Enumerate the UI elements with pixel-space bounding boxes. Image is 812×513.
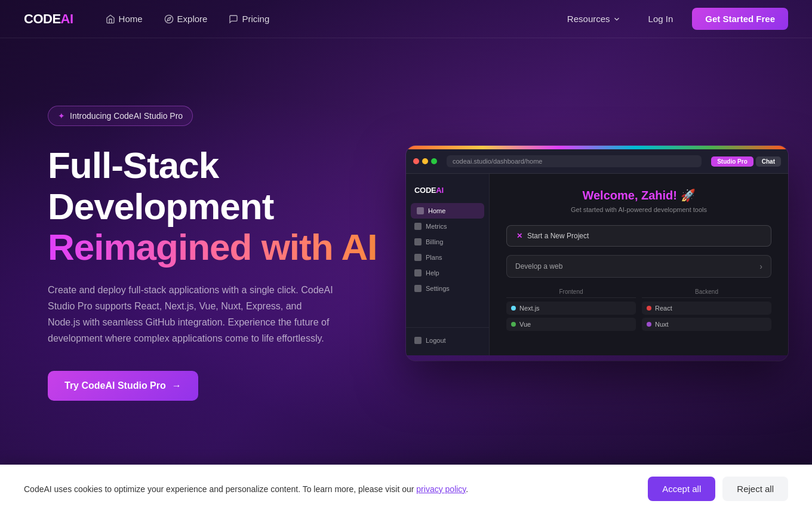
new-project-label: Start a New Project bbox=[527, 232, 589, 240]
nav-pricing-label: Pricing bbox=[242, 14, 269, 24]
sidebar-logo: CODEAI bbox=[406, 181, 489, 203]
project-input[interactable]: Develop a web › bbox=[506, 255, 771, 278]
browser-dots bbox=[413, 158, 437, 164]
cookie-buttons: Accept all Reject all bbox=[648, 477, 788, 501]
stack-item-vue: Vue bbox=[506, 318, 636, 331]
sidebar-logout-icon bbox=[414, 337, 422, 344]
new-project-button[interactable]: ✕ Start a New Project bbox=[506, 225, 771, 247]
stack-section: Frontend Next.js Vue Backend bbox=[506, 286, 771, 334]
app-body: CODEAI Home Metrics Billing bbox=[406, 174, 788, 355]
nav-home[interactable]: Home bbox=[97, 9, 151, 29]
backend-label: Backend bbox=[642, 286, 771, 298]
arrow-icon: → bbox=[172, 380, 182, 391]
backend-stack: Backend React Nuxt bbox=[642, 286, 771, 334]
sidebar-help-icon bbox=[414, 269, 422, 277]
svg-point-0 bbox=[165, 15, 173, 23]
logo-text: CODEAI bbox=[24, 11, 73, 27]
app-main: Welcome, Zahid! 🚀 Get started with AI-po… bbox=[490, 174, 788, 355]
hero-title: Full-Stack Development Reimagined with A… bbox=[48, 145, 382, 268]
app-sidebar: CODEAI Home Metrics Billing bbox=[406, 174, 490, 355]
sidebar-plans-icon bbox=[414, 254, 422, 261]
login-label: Log In bbox=[648, 14, 673, 24]
nextjs-label: Next.js bbox=[519, 305, 540, 312]
nav-right: Resources Log In Get Started Free bbox=[559, 8, 788, 30]
hero-description: Create and deploy full-stack application… bbox=[48, 282, 334, 347]
chat-badge: Chat bbox=[756, 156, 781, 167]
badge-label: Introducing CodeAI Studio Pro bbox=[70, 111, 183, 121]
cookie-text: CodeAI uses cookies to optimize your exp… bbox=[24, 484, 624, 494]
sidebar-home-icon bbox=[417, 207, 424, 214]
hero-title-gradient: Reimagined with AI bbox=[48, 227, 382, 268]
sidebar-item-home[interactable]: Home bbox=[411, 203, 484, 219]
get-started-button[interactable]: Get Started Free bbox=[692, 8, 788, 30]
welcome-subtext: Get started with AI-powered development … bbox=[506, 206, 771, 213]
app-screenshot: codeai.studio/dashboard/home Studio Pro … bbox=[406, 146, 788, 361]
hero-title-line1: Full-Stack bbox=[48, 145, 382, 186]
input-text: Develop a web bbox=[515, 262, 562, 271]
hero-title-line2: Development bbox=[48, 186, 382, 227]
sparkle-icon: ✦ bbox=[58, 111, 65, 121]
svg-marker-1 bbox=[167, 17, 171, 21]
sidebar-item-settings[interactable]: Settings bbox=[406, 281, 489, 296]
welcome-heading: Welcome, Zahid! 🚀 bbox=[506, 188, 771, 202]
sidebar-item-billing[interactable]: Billing bbox=[406, 234, 489, 250]
nav-pricing[interactable]: Pricing bbox=[220, 9, 278, 29]
login-button[interactable]: Log In bbox=[639, 9, 683, 29]
close-dot bbox=[413, 158, 419, 164]
reject-all-button[interactable]: Reject all bbox=[722, 477, 788, 501]
navbar: CODEAI Home Explore Pricing Resources Lo… bbox=[0, 0, 812, 38]
sidebar-item-metrics[interactable]: Metrics bbox=[406, 219, 489, 234]
frontend-label: Frontend bbox=[506, 286, 636, 298]
url-bar: codeai.studio/dashboard/home bbox=[447, 155, 702, 167]
stack-item-react: React bbox=[642, 302, 771, 315]
vue-dot bbox=[511, 322, 516, 327]
minimize-dot bbox=[422, 158, 428, 164]
nextjs-dot bbox=[511, 306, 516, 311]
nuxt-label: Nuxt bbox=[655, 321, 669, 328]
react-dot bbox=[647, 306, 651, 311]
sidebar-billing-icon bbox=[414, 238, 422, 245]
hero-section: ✦ Introducing CodeAI Studio Pro Full-Sta… bbox=[0, 38, 812, 456]
home-icon bbox=[106, 14, 115, 24]
stack-item-nuxt: Nuxt bbox=[642, 318, 771, 331]
hero-screenshot-area: codeai.studio/dashboard/home Studio Pro … bbox=[382, 146, 788, 361]
sidebar-metrics-icon bbox=[414, 223, 422, 230]
browser-action-buttons: Studio Pro Chat bbox=[711, 156, 781, 167]
browser-bar: codeai.studio/dashboard/home Studio Pro … bbox=[406, 149, 788, 174]
privacy-policy-link[interactable]: privacy policy bbox=[416, 484, 466, 494]
sidebar-settings-icon bbox=[414, 285, 422, 292]
studio-pro-badge: Studio Pro bbox=[711, 156, 753, 167]
username-text: Zahid! 🚀 bbox=[641, 189, 696, 202]
nav-home-label: Home bbox=[119, 14, 143, 24]
cookie-banner: CodeAI uses cookies to optimize your exp… bbox=[0, 465, 812, 513]
try-btn-label: Try CodeAI Studio Pro bbox=[64, 380, 166, 391]
nav-explore-label: Explore bbox=[177, 14, 208, 24]
sidebar-bottom: Logout bbox=[406, 327, 489, 348]
intro-badge[interactable]: ✦ Introducing CodeAI Studio Pro bbox=[48, 106, 193, 126]
sidebar-item-help[interactable]: Help bbox=[406, 265, 489, 281]
hero-content: ✦ Introducing CodeAI Studio Pro Full-Sta… bbox=[48, 106, 382, 400]
input-arrow-icon: › bbox=[759, 262, 762, 271]
x-icon: ✕ bbox=[516, 232, 522, 240]
vue-label: Vue bbox=[519, 321, 531, 328]
sidebar-item-logout[interactable]: Logout bbox=[406, 333, 489, 348]
resources-label: Resources bbox=[567, 14, 610, 24]
compass-icon bbox=[164, 14, 174, 24]
logo[interactable]: CODEAI bbox=[24, 11, 73, 27]
try-cta-button[interactable]: Try CodeAI Studio Pro → bbox=[48, 371, 198, 401]
nuxt-dot bbox=[647, 322, 651, 327]
accept-all-button[interactable]: Accept all bbox=[648, 477, 715, 501]
nav-links: Home Explore Pricing bbox=[97, 9, 559, 29]
stack-item-nextjs: Next.js bbox=[506, 302, 636, 315]
resources-dropdown[interactable]: Resources bbox=[559, 9, 629, 29]
maximize-dot bbox=[431, 158, 437, 164]
nav-explore[interactable]: Explore bbox=[156, 9, 216, 29]
react-label: React bbox=[655, 305, 672, 312]
chevron-down-icon bbox=[613, 15, 621, 23]
chat-icon bbox=[229, 14, 238, 24]
frontend-stack: Frontend Next.js Vue bbox=[506, 286, 636, 334]
sidebar-item-plans[interactable]: Plans bbox=[406, 250, 489, 265]
